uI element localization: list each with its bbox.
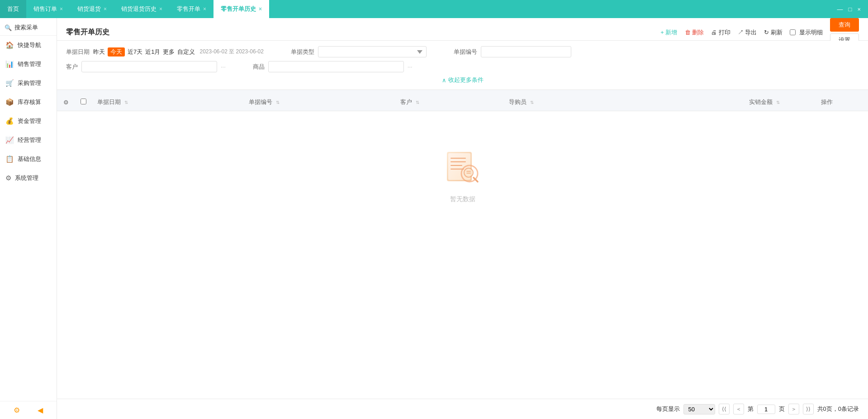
sales-icon: 📊 xyxy=(5,60,14,68)
maximize-btn[interactable]: □ xyxy=(849,6,852,13)
query-button[interactable]: 查询 xyxy=(830,18,859,32)
page-input[interactable] xyxy=(757,405,775,414)
next-page-btn[interactable]: ＞ xyxy=(788,404,799,414)
sidebar-item-operations[interactable]: 📈 经营管理 xyxy=(0,131,57,150)
sort-icon-customer[interactable]: ⇅ xyxy=(416,100,419,105)
collapse-sidebar-icon[interactable]: ◀ xyxy=(38,406,43,414)
sidebar-item-sales[interactable]: 📊 销售管理 xyxy=(0,55,57,74)
prev-page-btn[interactable]: ＜ xyxy=(733,404,744,414)
sidebar-item-system[interactable]: ⚙ 系统管理 xyxy=(0,169,57,188)
inventory-icon: 📦 xyxy=(5,98,14,106)
date-yesterday[interactable]: 昨天 xyxy=(93,48,105,56)
nav-tab-return-history[interactable]: 销货退货历史 × xyxy=(114,0,170,18)
table-body: 暂无数据 xyxy=(57,111,868,231)
page-title: 零售开单历史 xyxy=(66,28,109,37)
nav-tab-retail-history[interactable]: 零售开单历史 × xyxy=(213,0,269,18)
th-settings[interactable]: ⚙ xyxy=(57,94,75,111)
main-layout: 🔍 搜索采单 🏠 快捷导航 📊 销售管理 🛒 采购管理 📦 库存核算 💰 xyxy=(0,18,868,419)
date-more[interactable]: 更多 xyxy=(163,48,175,56)
system-icon: ⚙ xyxy=(5,174,11,182)
sidebar-bottom: ⚙ ◀ xyxy=(0,401,57,419)
filter-row-2: 客户 ··· 商品 ··· xyxy=(66,61,859,72)
close-icon[interactable]: × xyxy=(259,6,262,12)
nav-tab-return[interactable]: 销货退货 × xyxy=(70,0,114,18)
number-label: 单据编号 xyxy=(454,48,477,56)
pagination: 每页显示 10 20 50 100 ⟨⟨ ＜ 第 页 ＞ ⟩⟩ 共0页，0条记录 xyxy=(57,399,868,419)
goods-dots[interactable]: ··· xyxy=(408,63,413,70)
settings-bottom-icon[interactable]: ⚙ xyxy=(14,406,20,414)
date-1month[interactable]: 近1月 xyxy=(145,48,160,56)
page-header: 零售开单历史 + 新增 🗑 删除 🖨 打印 ↗ 导出 ↻ 刷新 显示明细 查询 … xyxy=(57,18,868,41)
page-label: 第 xyxy=(748,405,754,413)
nav-tab-retail-open[interactable]: 零售开单 × xyxy=(170,0,213,18)
first-page-btn[interactable]: ⟨⟨ xyxy=(719,404,730,414)
add-button[interactable]: + 新增 xyxy=(660,28,677,37)
date-7days[interactable]: 近7天 xyxy=(128,48,142,56)
close-icon[interactable]: × xyxy=(60,6,63,12)
nav-tab-sales-order[interactable]: 销售订单 × xyxy=(26,0,70,18)
print-button[interactable]: 🖨 打印 xyxy=(711,28,730,37)
close-window-btn[interactable]: × xyxy=(857,6,861,13)
home-icon: 🏠 xyxy=(5,41,14,49)
goods-input[interactable] xyxy=(268,61,404,72)
per-page-label: 每页显示 xyxy=(656,405,680,413)
sort-icon-date[interactable]: ⇅ xyxy=(124,100,128,105)
date-range: 2023-06-02 至 2023-06-02 xyxy=(199,48,263,56)
purchase-icon: 🛒 xyxy=(5,79,14,87)
refresh-button[interactable]: ↻ 刷新 xyxy=(764,28,783,37)
select-all-checkbox[interactable] xyxy=(81,99,86,104)
display-detail-input[interactable] xyxy=(790,29,796,35)
last-page-btn[interactable]: ⟩⟩ xyxy=(803,404,814,414)
th-guide: 导购员 ⇅ xyxy=(503,94,634,111)
close-icon[interactable]: × xyxy=(104,6,107,12)
sort-icon-number[interactable]: ⇅ xyxy=(276,100,280,105)
page-suffix: 页 xyxy=(779,405,785,413)
empty-state-cell: 暂无数据 xyxy=(57,111,868,231)
type-label: 单据类型 xyxy=(291,48,314,56)
date-label: 单据日期 xyxy=(66,48,90,56)
display-detail-checkbox[interactable]: 显示明细 xyxy=(790,28,823,37)
th-number: 单据编号 ⇅ xyxy=(243,94,395,111)
sort-icon-guide[interactable]: ⇅ xyxy=(530,100,534,105)
sidebar-item-inventory[interactable]: 📦 库存核算 xyxy=(0,93,57,112)
top-nav: 首页 销售订单 × 销货退货 × 销货退货历史 × 零售开单 × 零售开单历史 … xyxy=(0,0,868,18)
sidebar-item-purchase[interactable]: 🛒 采购管理 xyxy=(0,74,57,93)
nav-tab-home[interactable]: 首页 xyxy=(0,0,26,18)
th-date: 单据日期 ⇅ xyxy=(92,94,243,111)
type-select[interactable] xyxy=(318,46,427,57)
customer-filter: 客户 ··· xyxy=(66,61,226,72)
number-filter: 单据编号 xyxy=(454,46,571,57)
date-today[interactable]: 今天 xyxy=(108,47,125,56)
sidebar-item-shortcuts[interactable]: 🏠 快捷导航 xyxy=(0,36,57,55)
empty-illustration xyxy=(440,147,485,188)
goods-label: 商品 xyxy=(253,63,265,71)
th-amount: 实销金额 ⇅ xyxy=(634,94,785,111)
table-container: ⚙ 单据日期 ⇅ 单据编号 ⇅ 客户 xyxy=(57,94,868,399)
data-table: ⚙ 单据日期 ⇅ 单据编号 ⇅ 客户 xyxy=(57,94,868,231)
empty-state: 暂无数据 xyxy=(57,111,868,231)
svg-point-7 xyxy=(464,168,473,177)
number-input[interactable] xyxy=(481,46,571,57)
sort-icon-amount[interactable]: ⇅ xyxy=(776,100,780,105)
sidebar-item-finance[interactable]: 💰 资金管理 xyxy=(0,112,57,131)
collapse-button[interactable]: ∧ 收起更多条件 xyxy=(66,76,859,84)
close-icon[interactable]: × xyxy=(159,6,162,12)
date-filter: 单据日期 昨天 今天 近7天 近1月 更多 自定义 xyxy=(66,47,195,56)
close-icon[interactable]: × xyxy=(203,6,206,12)
type-filter: 单据类型 xyxy=(291,46,427,57)
nav-tabs: 首页 销售订单 × 销货退货 × 销货退货历史 × 零售开单 × 零售开单历史 … xyxy=(0,0,837,18)
date-custom[interactable]: 自定义 xyxy=(177,48,195,56)
th-checkbox[interactable] xyxy=(75,94,92,111)
th-customer: 客户 ⇅ xyxy=(395,94,503,111)
minimize-btn[interactable]: — xyxy=(837,6,843,13)
sidebar-search[interactable]: 🔍 搜索采单 xyxy=(0,18,57,36)
customer-dots[interactable]: ··· xyxy=(221,63,226,70)
window-controls: — □ × xyxy=(837,6,868,13)
customer-input[interactable] xyxy=(81,61,217,72)
filter-area: 单据日期 昨天 今天 近7天 近1月 更多 自定义 2023-06-02 至 2… xyxy=(57,41,868,90)
customer-label: 客户 xyxy=(66,63,78,71)
sidebar-item-basic-info[interactable]: 📋 基础信息 xyxy=(0,150,57,169)
delete-button[interactable]: 🗑 删除 xyxy=(685,28,704,37)
export-button[interactable]: ↗ 导出 xyxy=(738,28,757,37)
per-page-select[interactable]: 10 20 50 100 xyxy=(683,404,715,414)
